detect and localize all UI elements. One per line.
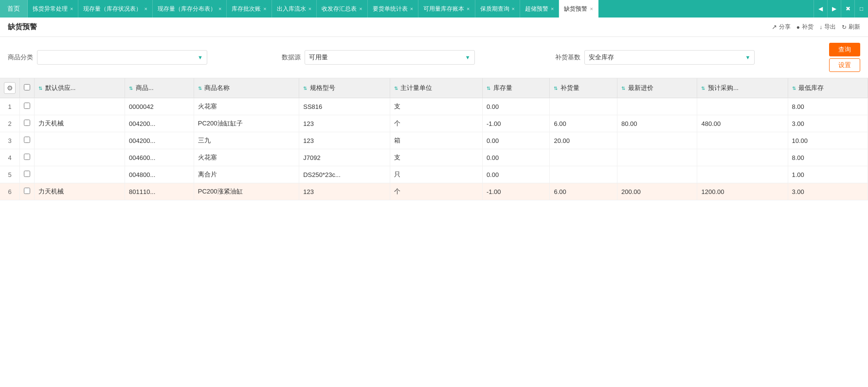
row-spec: SS816: [299, 98, 390, 115]
tab-expiry[interactable]: 保质期查询 ×: [475, 0, 520, 18]
tab-prev-button[interactable]: ◀: [814, 0, 827, 18]
row-checkbox-cell: [20, 98, 35, 115]
refresh-button[interactable]: ↻ 刷新: [842, 23, 860, 31]
share-button[interactable]: ↗ 分享: [772, 23, 791, 31]
row-est-purchase: 1200.00: [697, 183, 788, 200]
row-checkbox[interactable]: [24, 103, 30, 109]
tab-batch[interactable]: 库存批次账 ×: [227, 0, 271, 18]
row-spec: 123: [299, 115, 390, 132]
row-unit: 支: [390, 98, 482, 115]
tab-close-overstock[interactable]: ×: [551, 6, 554, 12]
replenish-base-value: 安全库存: [589, 53, 745, 62]
latest-price-column-header[interactable]: ⇅ 最新进价: [617, 78, 697, 98]
row-checkbox[interactable]: [24, 188, 30, 194]
replenish-base-label: 补货基数: [555, 53, 580, 62]
datasource-select[interactable]: 可用量 ▼: [305, 50, 475, 65]
tab-close-inout-flow[interactable]: ×: [308, 6, 311, 12]
row-checkbox[interactable]: [24, 137, 30, 143]
row-replenish: 20.00: [550, 132, 617, 149]
tab-inventory-status[interactable]: 现存量（库存状况表） ×: [78, 0, 152, 18]
name-column-header[interactable]: ⇅ 商品名称: [194, 78, 299, 98]
row-name: 离合片: [194, 166, 299, 183]
row-min-stock: 3.00: [788, 115, 868, 132]
row-unit: 个: [390, 115, 482, 132]
tab-close-available-ledger[interactable]: ×: [467, 6, 470, 12]
tab-inventory-dist[interactable]: 现存量（库存分布表） ×: [153, 0, 227, 18]
tab-inout-flow[interactable]: 出入库流水 ×: [272, 0, 317, 18]
export-button[interactable]: ↓ 导出: [819, 23, 836, 31]
row-unit: 个: [390, 183, 482, 200]
tab-overstock[interactable]: 超储预警 ×: [520, 0, 559, 18]
row-checkbox-cell: [20, 183, 35, 200]
tab-home[interactable]: 首页: [0, 0, 28, 18]
row-supplier: [35, 132, 125, 149]
replenish-sort-icon: ⇅: [554, 86, 558, 91]
row-min-stock: 10.00: [788, 132, 868, 149]
row-replenish: 6.00: [550, 183, 617, 200]
select-all-checkbox[interactable]: [24, 84, 30, 90]
tab-close-all-button[interactable]: ✖: [841, 0, 854, 18]
row-code: 801110...: [125, 183, 194, 200]
gear-settings-button[interactable]: ⚙: [4, 82, 16, 94]
tab-close-batch[interactable]: ×: [263, 6, 266, 12]
category-select[interactable]: ▼: [37, 50, 207, 65]
table-row: 3 004200... 三九 123 箱 0.00 20.00 10.00: [0, 132, 868, 149]
code-column-header[interactable]: ⇅ 商品...: [125, 78, 194, 98]
category-label: 商品分类: [8, 53, 33, 62]
stock-column-header[interactable]: ⇅ 库存量: [482, 78, 550, 98]
tab-close-shortage[interactable]: ×: [590, 6, 593, 12]
row-code: 004800...: [125, 166, 194, 183]
row-latest-price: [617, 166, 697, 183]
tab-order-stats[interactable]: 要货单统计表 ×: [368, 0, 418, 18]
replenish-column-header[interactable]: ⇅ 补货量: [550, 78, 617, 98]
est-purchase-column-header[interactable]: ⇅ 预计采购...: [697, 78, 788, 98]
replenish-button[interactable]: ● 补货: [796, 23, 814, 31]
tab-close-inventory-status[interactable]: ×: [144, 6, 147, 12]
tab-abnormal[interactable]: 拣货异常处理 ×: [28, 0, 78, 18]
supplier-column-header[interactable]: ⇅ 默认供应...: [35, 78, 125, 98]
replenish-icon: ●: [796, 24, 800, 31]
row-est-purchase: [697, 149, 788, 166]
table-row: 6 力天机械 801110... PC200涨紧油缸 123 个 -1.00 6…: [0, 183, 868, 200]
tab-expand-button[interactable]: □: [854, 0, 868, 18]
filter-group-datasource: 数据源 可用量 ▼: [282, 50, 546, 65]
row-supplier: [35, 98, 125, 115]
replenish-base-select[interactable]: 安全库存 ▼: [584, 50, 755, 65]
tab-close-abnormal[interactable]: ×: [70, 6, 73, 12]
row-est-purchase: 480.00: [697, 115, 788, 132]
tab-close-receive-summary[interactable]: ×: [359, 6, 362, 12]
row-number: 4: [0, 149, 20, 166]
tab-close-inventory-dist[interactable]: ×: [218, 6, 221, 12]
check-column-header: [20, 78, 35, 98]
row-latest-price: 200.00: [617, 183, 697, 200]
filter-actions: 查询 设置: [829, 43, 860, 72]
row-number: 6: [0, 183, 20, 200]
min-stock-column-header[interactable]: ⇅ 最低库存: [788, 78, 868, 98]
tab-next-button[interactable]: ▶: [827, 0, 841, 18]
row-supplier: 力天机械: [35, 183, 125, 200]
row-name: 三九: [194, 132, 299, 149]
spec-column-header[interactable]: ⇅ 规格型号: [299, 78, 390, 98]
tab-receive-summary[interactable]: 收发存汇总表 ×: [317, 0, 367, 18]
row-est-purchase: [697, 98, 788, 115]
settings-button[interactable]: 设置: [829, 58, 860, 72]
row-code: 004600...: [125, 149, 194, 166]
row-unit: 箱: [390, 132, 482, 149]
row-latest-price: [617, 132, 697, 149]
spec-sort-icon: ⇅: [303, 86, 307, 91]
row-number: 2: [0, 115, 20, 132]
row-checkbox[interactable]: [24, 154, 30, 160]
tab-available-ledger[interactable]: 可用量库存账本 ×: [418, 0, 475, 18]
row-checkbox[interactable]: [24, 120, 30, 126]
tab-close-order-stats[interactable]: ×: [410, 6, 413, 12]
row-supplier: [35, 149, 125, 166]
row-checkbox[interactable]: [24, 171, 30, 177]
tab-shortage[interactable]: 缺货预警 ×: [559, 0, 598, 18]
tab-close-expiry[interactable]: ×: [512, 6, 515, 12]
unit-column-header[interactable]: ⇅ 主计量单位: [390, 78, 482, 98]
row-name: 火花塞: [194, 149, 299, 166]
query-button[interactable]: 查询: [829, 43, 860, 56]
filter-group-replenish-base: 补货基数 安全库存 ▼: [555, 50, 819, 65]
supplier-sort-icon: ⇅: [38, 86, 42, 91]
row-replenish: [550, 166, 617, 183]
